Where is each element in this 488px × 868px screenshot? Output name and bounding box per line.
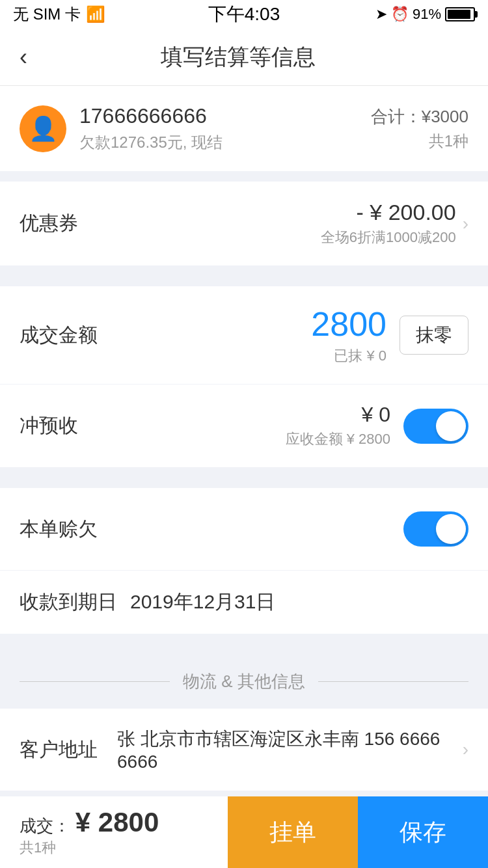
total-count: 共1种 xyxy=(371,131,468,152)
credit-toggle-knob xyxy=(436,514,466,544)
address-value: 张 北京市市辖区海淀区永丰南 156 6666 6666 xyxy=(117,727,463,772)
prepaid-right: ¥ 0 应收金额 ¥ 2800 xyxy=(286,403,468,449)
status-bar: 无 SIM 卡 📶 下午4:03 ➤ ⏰ 91% xyxy=(0,0,488,29)
customer-right: 合计：¥3000 共1种 xyxy=(371,105,468,152)
carrier-text: 无 SIM 卡 xyxy=(13,4,81,25)
status-time: 下午4:03 xyxy=(208,2,280,27)
amount-right: 2800 已抹 ¥ 0 抹零 xyxy=(311,305,468,366)
wifi-icon: 📶 xyxy=(86,5,105,23)
coupon-label: 优惠券 xyxy=(20,210,78,237)
amount-label: 成交金额 xyxy=(20,322,98,349)
credit-toggle[interactable] xyxy=(403,511,468,547)
prepaid-value: ¥ 0 应收金额 ¥ 2800 xyxy=(286,403,390,449)
location-icon: ➤ xyxy=(375,6,387,23)
customer-card: 👤 17666666666 欠款1276.35元, 现结 合计：¥3000 共1… xyxy=(0,86,488,171)
amount-number: 2800 xyxy=(311,305,386,344)
divider-line-right xyxy=(318,681,468,682)
bottom-title-row: 成交： ¥ 2800 xyxy=(20,807,208,838)
amount-row: 成交金额 2800 已抹 ¥ 0 抹零 xyxy=(0,286,488,384)
battery-icon xyxy=(445,7,475,21)
round-off-button[interactable]: 抹零 xyxy=(400,316,468,355)
bottom-bar: 成交： ¥ 2800 共1种 挂单 保存 xyxy=(0,796,488,868)
content: 👤 17666666666 欠款1276.35元, 现结 合计：¥3000 共1… xyxy=(0,86,488,868)
status-left: 无 SIM 卡 📶 xyxy=(13,4,105,25)
coupon-info: - ¥ 200.00 全场6折满1000减200 xyxy=(321,200,456,247)
bottom-title: 成交： xyxy=(20,816,70,835)
coupon-amount: - ¥ 200.00 xyxy=(321,200,456,225)
customer-info: 17666666666 欠款1276.35元, 现结 xyxy=(79,104,223,153)
duedate-row: 收款到期日 2019年12月31日 xyxy=(0,570,488,634)
page-title: 填写结算等信息 xyxy=(40,42,436,72)
amount-sub: 已抹 ¥ 0 xyxy=(311,346,386,366)
save-label: 保存 xyxy=(400,817,446,848)
logistics-label: 物流 & 其他信息 xyxy=(183,670,305,693)
prepaid-amount: ¥ 0 xyxy=(286,403,390,427)
total-label: 合计：¥3000 xyxy=(371,105,468,128)
logistics-divider: 物流 & 其他信息 xyxy=(0,655,488,709)
alarm-icon: ⏰ xyxy=(391,6,409,23)
duedate-value: 2019年12月31日 xyxy=(130,589,275,616)
nav-bar: ‹ 填写结算等信息 xyxy=(0,29,488,86)
separator-2 xyxy=(0,478,488,488)
separator-1 xyxy=(0,276,488,286)
toggle-knob xyxy=(436,411,466,441)
bottom-amount: ¥ 2800 xyxy=(75,807,159,837)
pending-button[interactable]: 挂单 xyxy=(228,796,358,868)
pending-label: 挂单 xyxy=(269,817,316,848)
prepaid-label: 冲预收 xyxy=(20,413,78,439)
duedate-label: 收款到期日 xyxy=(20,589,117,616)
save-button[interactable]: 保存 xyxy=(358,796,488,868)
prepaid-toggle[interactable] xyxy=(403,409,468,444)
separator-3 xyxy=(0,644,488,655)
coupon-chevron-icon: › xyxy=(463,213,468,234)
address-chevron-icon: › xyxy=(463,739,468,760)
customer-left: 👤 17666666666 欠款1276.35元, 现结 xyxy=(20,104,223,153)
credit-section: 本单赊欠 收款到期日 2019年12月31日 xyxy=(0,488,488,634)
bottom-summary: 成交： ¥ 2800 共1种 xyxy=(0,807,228,858)
transaction-section: 成交金额 2800 已抹 ¥ 0 抹零 冲预收 ¥ 0 应收金额 ¥ 2800 xyxy=(0,286,488,467)
back-button[interactable]: ‹ xyxy=(20,44,27,71)
amount-value: 2800 已抹 ¥ 0 xyxy=(311,305,386,366)
coupon-right: - ¥ 200.00 全场6折满1000减200 › xyxy=(321,200,468,247)
customer-phone: 17666666666 xyxy=(79,104,223,128)
credit-row: 本单赊欠 xyxy=(0,488,488,570)
prepaid-sub: 应收金额 ¥ 2800 xyxy=(286,429,390,449)
battery-percent: 91% xyxy=(413,6,441,23)
avatar-icon: 👤 xyxy=(29,115,58,142)
coupon-row[interactable]: 优惠券 - ¥ 200.00 全场6折满1000减200 › xyxy=(0,182,488,265)
address-row[interactable]: 客户地址 张 北京市市辖区海淀区永丰南 156 6666 6666 › xyxy=(0,709,488,791)
prepaid-row: 冲预收 ¥ 0 应收金额 ¥ 2800 xyxy=(0,384,488,467)
coupon-desc: 全场6折满1000减200 xyxy=(321,228,456,247)
avatar: 👤 xyxy=(20,105,66,152)
credit-label: 本单赊欠 xyxy=(20,516,98,543)
status-right: ➤ ⏰ 91% xyxy=(375,6,475,23)
divider-line-left xyxy=(20,681,170,682)
bottom-count: 共1种 xyxy=(20,838,208,858)
address-label: 客户地址 xyxy=(20,737,98,763)
customer-debt: 欠款1276.35元, 现结 xyxy=(79,132,223,153)
